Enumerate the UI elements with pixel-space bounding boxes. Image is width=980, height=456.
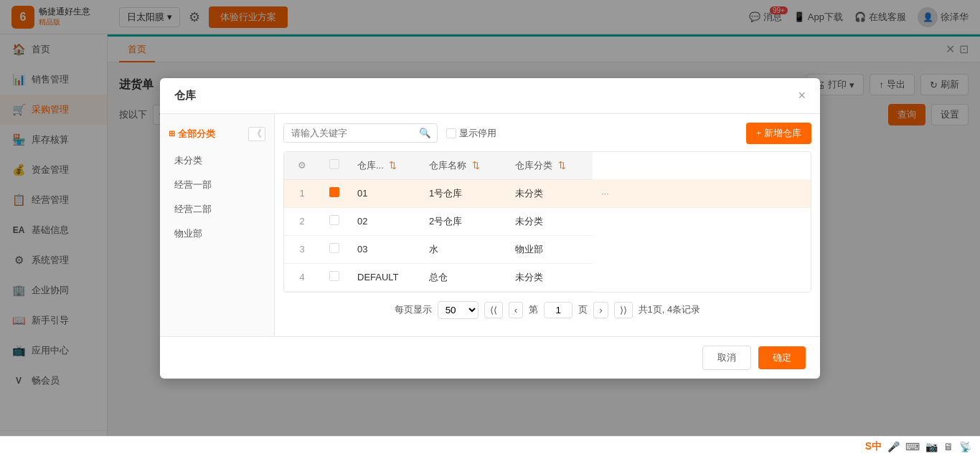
row-idx: 3 [284,235,320,263]
row-name: 2号仓库 [420,207,507,235]
dialog-footer: 取消 确定 [160,336,820,379]
sort-code-icon: ⇅ [389,160,397,171]
page-size-label: 每页显示 [395,303,432,316]
row-name: 1号仓库 [420,179,507,207]
keyboard-icon[interactable]: ⌨ [905,441,920,452]
row-actions[interactable]: ··· [593,179,811,207]
warehouse-table: ⚙ 仓库... ⇅ 仓库名称 ⇅ [283,151,811,293]
table-row[interactable]: 2 02 2号仓库 未分类 [284,207,811,235]
last-page-button[interactable]: ⟩⟩ [614,302,633,318]
page-label: 页 [578,303,588,316]
camera-icon[interactable]: 📷 [925,441,938,452]
statusbar: S中 🎤 ⌨ 📷 🖥 📡 [0,436,980,456]
select-all-checkbox[interactable] [329,159,339,169]
confirm-button[interactable]: 确定 [758,346,806,369]
dialog-close-button[interactable]: × [798,88,806,103]
row-idx: 4 [284,263,320,291]
row-category: 物业部 [507,235,593,263]
row-check[interactable] [320,207,349,235]
category-item-dept2[interactable]: 经营二部 [160,197,274,222]
row-category: 未分类 [507,179,593,207]
warehouse-dialog: 仓库 × ⊞ 全部分类 《 未分类 经营一部 经营二部 物业部 [160,78,820,379]
row-check[interactable] [320,235,349,263]
row-code: DEFAULT [349,263,420,291]
dialog-title: 仓库 [174,89,196,103]
table-row[interactable]: 3 03 水 物业部 [284,235,811,263]
table-header-row: ⚙ 仓库... ⇅ 仓库名称 ⇅ [284,152,811,180]
dialog-toolbar: 🔍 显示停用 + 新增仓库 [283,123,811,144]
category-item-unclassified[interactable]: 未分类 [160,148,274,173]
page-input[interactable] [544,302,573,318]
prev-page-button[interactable]: ‹ [509,302,523,318]
row-check[interactable] [320,263,349,291]
th-check [320,152,349,180]
th-gear: ⚙ [284,152,320,180]
next-page-button[interactable]: › [593,302,608,318]
row-check[interactable] [320,179,349,207]
show-disabled-checkbox[interactable] [446,128,456,138]
dialog-main: 🔍 显示停用 + 新增仓库 ⚙ [275,114,820,336]
th-name[interactable]: 仓库名称 ⇅ [420,152,507,180]
category-item-property[interactable]: 物业部 [160,222,274,246]
mic-icon[interactable]: 🎤 [887,441,900,452]
show-disabled-toggle[interactable]: 显示停用 [446,127,496,140]
s-icon[interactable]: S中 [865,440,882,453]
th-code[interactable]: 仓库... ⇅ [349,152,420,180]
dialog-sidebar: ⊞ 全部分类 《 未分类 经营一部 经营二部 物业部 [160,114,275,336]
dialog-body: ⊞ 全部分类 《 未分类 经营一部 经营二部 物业部 🔍 [160,114,820,336]
sort-name-icon: ⇅ [472,160,480,171]
grid-icon: ⊞ [169,129,175,138]
network-icon[interactable]: 📡 [959,441,971,452]
row-name: 总仓 [420,263,507,291]
row-code: 01 [349,179,420,207]
row-code: 03 [349,235,420,263]
th-category[interactable]: 仓库分类 ⇅ [507,152,593,180]
table-row[interactable]: 1 01 1号仓库 未分类 ··· [284,179,811,207]
category-item-dept1[interactable]: 经营一部 [160,173,274,197]
show-disabled-label: 显示停用 [459,127,496,140]
row-name: 水 [420,235,507,263]
cancel-button[interactable]: 取消 [702,346,751,370]
page-size-select[interactable]: 50 20 100 [438,301,479,319]
search-button[interactable]: 🔍 [413,124,437,142]
search-input[interactable] [284,124,413,142]
table-row[interactable]: 4 DEFAULT 总仓 未分类 [284,263,811,291]
sort-cat-icon: ⇅ [558,160,566,171]
pagination: 每页显示 50 20 100 ⟨⟨ ‹ 第 页 › ⟩⟩ 共1页, 4条记录 [283,293,811,328]
category-all[interactable]: ⊞ 全部分类 [169,128,215,141]
row-idx: 1 [284,179,320,207]
monitor-icon[interactable]: 🖥 [943,441,953,452]
first-page-button[interactable]: ⟨⟨ [484,302,503,318]
dialog-overlay: 仓库 × ⊞ 全部分类 《 未分类 经营一部 经营二部 物业部 [0,0,980,456]
dialog-header: 仓库 × [160,78,820,114]
new-warehouse-button[interactable]: + 新增仓库 [746,123,811,144]
row-code: 02 [349,207,420,235]
collapse-button[interactable]: 《 [248,127,265,141]
row-category: 未分类 [507,263,593,291]
row-category: 未分类 [507,207,593,235]
search-box: 🔍 [283,123,438,143]
dialog-sidebar-header: ⊞ 全部分类 《 [160,123,274,148]
row-idx: 2 [284,207,320,235]
pagination-summary: 共1页, 4条记录 [639,303,701,316]
